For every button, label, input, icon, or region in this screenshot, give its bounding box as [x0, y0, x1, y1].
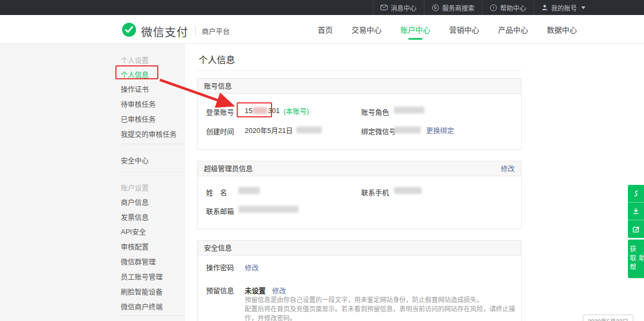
floating-help-bar: 获取帮助 [628, 185, 644, 278]
topbar-item-label: 我的账号 [551, 3, 577, 12]
contact-phone-value [394, 187, 422, 194]
link-button[interactable] [628, 185, 644, 203]
contact-phone-label: 联系手机 [361, 187, 389, 197]
redacted-value [238, 206, 298, 213]
brand-title: 微信支付 [141, 23, 188, 39]
change-binding-link[interactable]: 更换绑定 [426, 125, 454, 135]
topbar-message-center[interactable]: 消息中心 [372, 0, 424, 15]
topbar-item-label: 服务商搜索 [442, 3, 474, 12]
logo[interactable]: 微信支付 商户平台 [122, 23, 230, 39]
sidebar-item-review-config[interactable]: 审核配置 [121, 241, 149, 251]
topbar-menu: 消息中心 服务商搜索 ? 帮助中心 我的账号 [372, 0, 593, 15]
edit-reserved-link[interactable]: 修改 [272, 285, 286, 295]
description-line: 预留信息是由你自己设置的一段文字，用来鉴定网站身份，防止假冒网站造成损失。 [245, 296, 521, 305]
sidebar-item-my-submitted-tasks[interactable]: 我提交的审核任务 [121, 129, 177, 139]
portal-title: 商户平台 [202, 26, 230, 36]
divider [195, 27, 196, 35]
download-button[interactable] [628, 203, 644, 220]
sidebar-item-personal-info[interactable]: 个人信息 [121, 69, 149, 79]
reserved-info-description: 预留信息是由你自己设置的一段文字，用来鉴定网站身份，防止假冒网站造成损失。 配置… [245, 296, 521, 321]
name-label: 姓 名 [206, 187, 227, 197]
sidebar-item-staff-account-mgmt[interactable]: 员工账号管理 [121, 271, 163, 281]
edit-admin-link[interactable]: 修改 [501, 161, 515, 176]
contact-email-label: 联系邮箱 [206, 206, 234, 216]
wechat-pay-logo-icon [122, 23, 136, 39]
topbar-my-account[interactable]: 我的账号 [533, 0, 593, 15]
security-info-section: 安全信息 操作密码 修改 预留信息 未设置 修改 预留信息是由你自己设置的一段文… [197, 240, 522, 321]
created-time-value: 2020年5月21日 [245, 125, 322, 135]
nav-data-center[interactable]: 数据中心 [546, 14, 578, 44]
sidebar-item-invoice-info[interactable]: 发票信息 [121, 212, 149, 222]
redacted-value [394, 107, 425, 114]
sidebar: 个人设置 个人信息 操作证书 待审核任务 已审核任务 我提交的审核任务 安全中心… [0, 44, 185, 321]
search-icon [432, 4, 439, 11]
sidebar-item-face-device[interactable]: 刷脸智能设备 [121, 286, 163, 296]
reserved-info-value: 未设置 修改 [245, 285, 286, 295]
envelope-icon [380, 5, 387, 10]
question-icon: ? [490, 4, 497, 11]
topbar-item-label: 帮助中心 [500, 3, 526, 12]
divider [121, 315, 184, 316]
login-suffix: 301 [268, 107, 280, 115]
created-time-label: 创建时间 [206, 126, 234, 136]
download-icon [632, 207, 640, 215]
header: 微信支付 商户平台 首页 交易中心 账户中心 营销中心 产品中心 数据中心 [0, 15, 644, 44]
contact-email-value [238, 206, 298, 213]
super-admin-section: 超级管理员信息 修改 姓 名 联系手机 联系邮箱 [197, 161, 522, 229]
account-role-label: 账号角色 [361, 107, 389, 117]
section-title: 账号信息 [197, 79, 521, 94]
link-icon [632, 190, 640, 197]
divider [197, 70, 522, 71]
topbar-item-label: 消息中心 [391, 3, 416, 12]
main-nav: 首页 交易中心 账户中心 营销中心 产品中心 数据中心 [317, 15, 578, 44]
sidebar-item-operation-certificate[interactable]: 操作证书 [121, 84, 149, 94]
nav-account-center[interactable]: 账户中心 [399, 14, 431, 44]
reserved-status: 未设置 [245, 285, 266, 295]
sidebar-item-wechat-group-mgmt[interactable]: 微信群管理 [121, 256, 156, 266]
topbar-help-center[interactable]: ? 帮助中心 [482, 0, 533, 15]
created-date: 2020年5月21日 [245, 125, 293, 135]
page-title: 个人信息 [199, 53, 235, 66]
section-title: 超级管理员信息 修改 [197, 161, 521, 176]
divider [121, 171, 184, 172]
svg-text:?: ? [492, 5, 495, 10]
description-line: 配置后将在首页及充值页面显示。若未看到预留信息，表明当前访问的网站存在风险，请终… [245, 305, 521, 321]
nav-product-center[interactable]: 产品中心 [497, 14, 529, 44]
section-title: 安全信息 [197, 241, 521, 256]
date-tooltip: 2020年5月22日 [583, 315, 633, 321]
operation-password-value: 修改 [245, 262, 259, 272]
login-account-value: 15 301 (本账号) [245, 106, 309, 116]
sidebar-item-pending-review-tasks[interactable]: 待审核任务 [121, 99, 156, 109]
sidebar-header-account: 账户设置 [121, 182, 149, 192]
current-account-tag: (本账号) [283, 106, 309, 116]
account-info-section: 账号信息 登录账号 15 301 (本账号) 账号角色 创建时间 2020年5月… [197, 78, 522, 150]
redacted-value [253, 107, 267, 114]
sidebar-item-merchant-info[interactable]: 商户信息 [121, 197, 149, 207]
account-role-value [394, 107, 425, 114]
nav-transaction-center[interactable]: 交易中心 [350, 14, 383, 44]
sidebar-header-personal: 个人设置 [121, 55, 149, 65]
topbar-service-search[interactable]: 服务商搜索 [424, 0, 482, 15]
nav-home[interactable]: 首页 [317, 14, 334, 44]
sidebar-item-reviewed-tasks[interactable]: 已审核任务 [121, 114, 156, 124]
bound-wechat-label: 绑定微信号 [361, 126, 396, 136]
login-account-label: 登录账号 [206, 107, 234, 117]
sidebar-item-api-security[interactable]: API安全 [121, 226, 146, 236]
sidebar-item-security-center[interactable]: 安全中心 [121, 155, 149, 165]
reserved-info-label: 预留信息 [206, 285, 234, 295]
bound-wechat-value: 更换绑定 [394, 125, 454, 135]
nav-marketing-center[interactable]: 营销中心 [448, 14, 480, 44]
divider [121, 144, 184, 144]
get-help-button[interactable]: 获取帮助 [628, 240, 644, 278]
main-content: 个人信息 账号信息 登录账号 15 301 (本账号) 账号角色 创建时间 20… [185, 44, 644, 321]
section-title-text: 超级管理员信息 [204, 165, 253, 173]
sidebar-item-wechat-terminal[interactable]: 微信商户终端 [121, 301, 163, 311]
feedback-button[interactable] [628, 220, 644, 238]
name-value [238, 187, 260, 194]
edit-password-link[interactable]: 修改 [245, 262, 259, 272]
login-prefix: 15 [245, 107, 252, 115]
redacted-value [394, 187, 422, 194]
operation-password-label: 操作密码 [206, 262, 234, 272]
chevron-down-icon [581, 6, 586, 9]
user-icon [541, 4, 548, 11]
